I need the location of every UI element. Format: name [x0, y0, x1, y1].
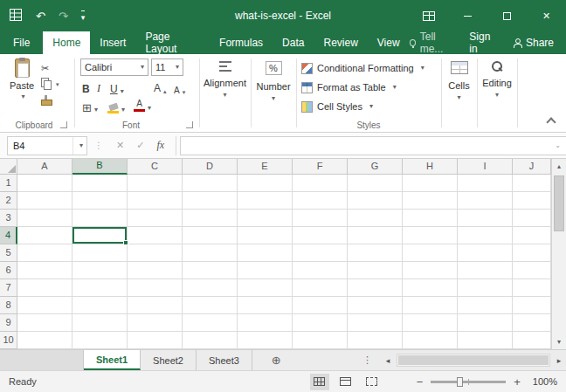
- cell-J10[interactable]: [513, 332, 551, 349]
- cell-F3[interactable]: [293, 210, 348, 227]
- cell-I6[interactable]: [458, 262, 513, 279]
- cell-E10[interactable]: [238, 332, 293, 349]
- vertical-scrollbar[interactable]: ▴ ▾: [551, 159, 566, 349]
- name-box[interactable]: B4 ▾: [7, 136, 87, 155]
- ribbon-display-options-button[interactable]: [409, 0, 448, 31]
- cell-F2[interactable]: [293, 192, 348, 210]
- normal-view-button[interactable]: [310, 374, 329, 390]
- cell-H4[interactable]: [403, 227, 458, 244]
- zoom-slider[interactable]: [431, 381, 506, 383]
- format-painter-button[interactable]: [41, 93, 66, 107]
- cells-group-button[interactable]: Cells ▾: [441, 54, 477, 131]
- cell-F1[interactable]: [293, 175, 348, 192]
- column-header-C[interactable]: C: [128, 159, 183, 175]
- insert-function-button[interactable]: fx: [156, 139, 164, 152]
- cell-B10[interactable]: [72, 332, 128, 349]
- cell-F8[interactable]: [293, 297, 348, 314]
- cell-J7[interactable]: [513, 279, 551, 297]
- paste-dropdown-icon[interactable]: ▾: [21, 93, 24, 100]
- scroll-up-button[interactable]: ▴: [552, 159, 566, 174]
- cell-C3[interactable]: [128, 210, 183, 227]
- tab-insert[interactable]: Insert: [90, 31, 135, 54]
- row-header-8[interactable]: 8: [0, 297, 17, 314]
- tab-view[interactable]: View: [368, 31, 410, 54]
- cell-F10[interactable]: [293, 332, 348, 349]
- clipboard-dialog-launcher[interactable]: [60, 121, 67, 128]
- copy-dropdown-icon[interactable]: ▾: [56, 81, 59, 87]
- cell-J3[interactable]: [513, 210, 551, 227]
- font-name-select[interactable]: Calibri ▾: [80, 58, 148, 76]
- cell-C2[interactable]: [128, 192, 183, 210]
- cell-G3[interactable]: [348, 210, 403, 227]
- cell-B3[interactable]: [72, 210, 128, 227]
- font-color-dropdown-icon[interactable]: ▾: [148, 105, 151, 112]
- cell-J6[interactable]: [513, 262, 551, 279]
- cell-J2[interactable]: [513, 192, 551, 210]
- column-header-G[interactable]: G: [348, 159, 403, 175]
- cell-C6[interactable]: [128, 262, 183, 279]
- cell-F5[interactable]: [293, 244, 348, 262]
- horizontal-scroll-thumb[interactable]: [398, 355, 549, 365]
- format-as-table-button[interactable]: Format as Table ▾: [301, 79, 397, 95]
- cell-E8[interactable]: [238, 297, 293, 314]
- conditional-formatting-button[interactable]: Conditional Formatting ▾: [301, 60, 424, 76]
- cell-G10[interactable]: [348, 332, 403, 349]
- editing-group-button[interactable]: Editing ▾: [477, 54, 517, 131]
- collapse-ribbon-button[interactable]: [548, 117, 555, 124]
- cell-D10[interactable]: [183, 332, 238, 349]
- sign-in-button[interactable]: Sign in: [469, 31, 497, 55]
- row-header-9[interactable]: 9: [0, 314, 17, 332]
- cell-F7[interactable]: [293, 279, 348, 297]
- cell-D6[interactable]: [183, 262, 238, 279]
- cell-B8[interactable]: [72, 297, 128, 314]
- page-break-view-button[interactable]: [362, 374, 382, 390]
- sheet-tab-sheet3[interactable]: Sheet3: [197, 350, 252, 370]
- cell-E3[interactable]: [238, 210, 293, 227]
- cell-G5[interactable]: [348, 244, 403, 262]
- cell-H9[interactable]: [403, 314, 458, 332]
- cell-H6[interactable]: [403, 262, 458, 279]
- customize-qat-button[interactable]: ▾: [81, 10, 86, 22]
- zoom-out-button[interactable]: −: [417, 375, 424, 389]
- cell-B6[interactable]: [72, 262, 128, 279]
- column-header-H[interactable]: H: [403, 159, 458, 175]
- cell-E7[interactable]: [238, 279, 293, 297]
- cell-D3[interactable]: [183, 210, 238, 227]
- tab-review[interactable]: Review: [314, 31, 367, 54]
- cell-G1[interactable]: [348, 175, 403, 192]
- font-size-select[interactable]: 11 ▾: [151, 58, 183, 76]
- italic-button[interactable]: I: [97, 79, 100, 95]
- cell-H10[interactable]: [403, 332, 458, 349]
- cell-G8[interactable]: [348, 297, 403, 314]
- cell-E2[interactable]: [238, 192, 293, 210]
- copy-button[interactable]: ▾: [41, 77, 66, 91]
- hscroll-left-button[interactable]: ◂: [381, 350, 395, 370]
- cell-A4[interactable]: [17, 227, 72, 244]
- cell-D9[interactable]: [183, 314, 238, 332]
- cancel-button[interactable]: ✕: [116, 140, 124, 151]
- cell-A5[interactable]: [17, 244, 72, 262]
- tab-page-layout[interactable]: Page Layout: [135, 31, 210, 54]
- cell-A8[interactable]: [17, 297, 72, 314]
- cell-C10[interactable]: [128, 332, 183, 349]
- cell-D2[interactable]: [183, 192, 238, 210]
- sheet-tab-sheet2[interactable]: Sheet2: [141, 350, 197, 370]
- row-header-5[interactable]: 5: [0, 244, 17, 262]
- row-header-10[interactable]: 10: [0, 332, 17, 349]
- font-color-button[interactable]: A ▾: [134, 96, 151, 112]
- cell-B5[interactable]: [72, 244, 128, 262]
- cell-H7[interactable]: [403, 279, 458, 297]
- cell-J9[interactable]: [513, 314, 551, 332]
- cell-E1[interactable]: [238, 175, 293, 192]
- cell-A6[interactable]: [17, 262, 72, 279]
- cell-G9[interactable]: [348, 314, 403, 332]
- cell-F6[interactable]: [293, 262, 348, 279]
- cell-F9[interactable]: [293, 314, 348, 332]
- cell-B7[interactable]: [72, 279, 128, 297]
- cell-F4[interactable]: [293, 227, 348, 244]
- cell-C8[interactable]: [128, 297, 183, 314]
- tell-me-box[interactable]: Tell me...: [410, 31, 456, 55]
- decrease-font-size-button[interactable]: A▾: [174, 79, 185, 95]
- name-box-dropdown-icon[interactable]: ▾: [79, 142, 83, 149]
- cell-A9[interactable]: [17, 314, 72, 332]
